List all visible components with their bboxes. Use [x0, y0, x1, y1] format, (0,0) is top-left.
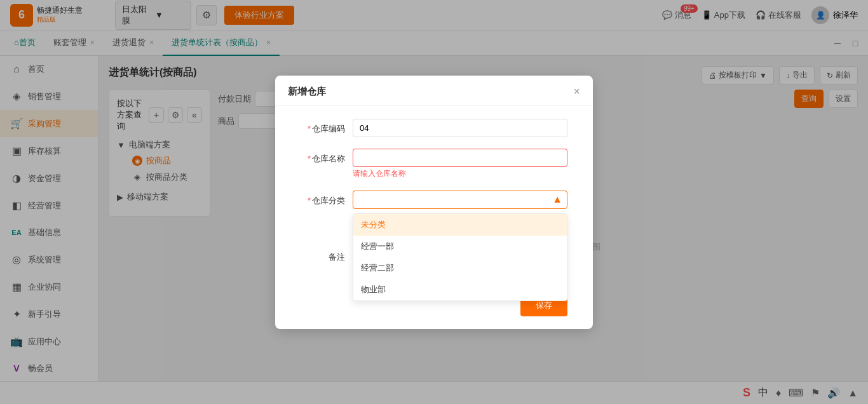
- dropdown-option-dept2[interactable]: 经营二部: [353, 257, 567, 279]
- dropdown-option-none[interactable]: 未分类: [353, 214, 567, 236]
- form-row-code: *仓库编码: [301, 119, 567, 137]
- warehouse-code-input[interactable]: [353, 119, 567, 137]
- category-input[interactable]: [353, 191, 567, 209]
- notes-label: 备注: [301, 247, 345, 263]
- warehouse-name-input[interactable]: [353, 149, 567, 167]
- modal-title: 新增仓库: [288, 86, 326, 98]
- modal-close-btn[interactable]: ×: [573, 86, 580, 97]
- dropdown-option-property[interactable]: 物业部: [353, 279, 567, 300]
- form-row-name: *仓库名称 请输入仓库名称: [301, 149, 567, 179]
- dropdown-option-dept1[interactable]: 经营一部: [353, 236, 567, 257]
- category-dropdown-list: 未分类 经营一部 经营二部 物业部: [353, 213, 567, 301]
- modal-overlay[interactable]: 新增仓库 × *仓库编码 *仓库名称 请输入仓库名称: [0, 0, 868, 404]
- dropdown-toggle-icon[interactable]: ▲: [552, 194, 562, 205]
- category-label: *仓库分类: [301, 191, 345, 206]
- category-dropdown-wrapper: ▲ 未分类 经营一部 经营二部 物业部: [353, 191, 567, 209]
- code-label: *仓库编码: [301, 119, 345, 135]
- modal-header: 新增仓库 ×: [275, 76, 593, 106]
- name-error-msg: 请输入仓库名称: [353, 168, 567, 179]
- modal-body: *仓库编码 *仓库名称 请输入仓库名称 *仓库分类: [275, 106, 593, 290]
- form-row-category: *仓库分类 ▲ 未分类 经营一部 经营二部 物业部: [301, 191, 567, 209]
- name-label: *仓库名称: [301, 149, 345, 165]
- modal-new-warehouse: 新增仓库 × *仓库编码 *仓库名称 请输入仓库名称: [275, 76, 593, 329]
